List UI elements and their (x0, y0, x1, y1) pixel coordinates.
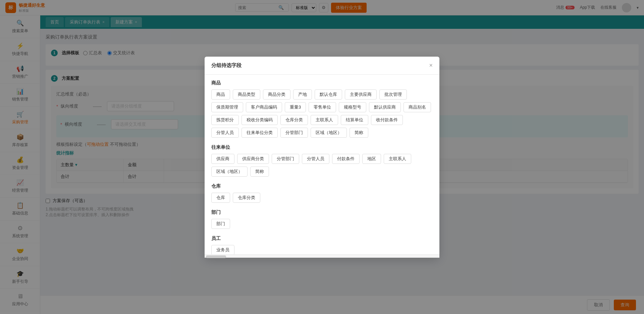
tag-goods-alias[interactable]: 商品别名 (404, 102, 431, 112)
field-group-dept: 部门 部门 (211, 209, 433, 229)
tag-goods-retailunit[interactable]: 零售单位 (309, 102, 336, 112)
tag-goods-manager[interactable]: 分管人员 (211, 128, 239, 138)
field-group-goods: 商品 商品 商品类型 商品分类 产地 默认仓库 主要供应商 批次管理 保质期管理… (211, 80, 433, 138)
tag-goods-item[interactable]: 商品 (211, 89, 230, 100)
tag-warehouse[interactable]: 仓库 (211, 193, 230, 203)
tag-employee[interactable]: 业务员 (211, 245, 234, 255)
tag-goods-batch[interactable]: 批次管理 (379, 89, 407, 100)
tag-goods-dept[interactable]: 分管部门 (280, 128, 308, 138)
field-group-warehouse: 仓库 仓库 仓库分类 (211, 183, 433, 203)
group-title-warehouse: 仓库 (211, 183, 433, 189)
tag-goods-custcode[interactable]: 客户商品编码 (246, 102, 282, 112)
tag-goods-abbr[interactable]: 简称 (350, 128, 368, 138)
tag-dept[interactable]: 部门 (211, 219, 230, 229)
tag-partner-dept[interactable]: 分管部门 (272, 154, 299, 164)
goods-tags: 商品 商品类型 商品分类 产地 默认仓库 主要供应商 批次管理 保质期管理 客户… (211, 89, 433, 138)
modal-header: 分组待选字段 × (205, 57, 439, 75)
tag-goods-points[interactable]: 拣货积分 (211, 115, 239, 125)
warehouse-tags: 仓库 仓库分类 (211, 193, 433, 203)
tag-goods-expire[interactable]: 保质期管理 (211, 102, 243, 112)
tag-goods-warehouse[interactable]: 默认仓库 (315, 89, 342, 100)
tag-goods-payterms[interactable]: 收付款条件 (371, 115, 403, 125)
tag-partner-area[interactable]: 区域（地区） (211, 167, 248, 177)
tag-goods-partnercat[interactable]: 往来单位分类 (241, 128, 278, 138)
tag-goods-defaultsupplier[interactable]: 默认供应商 (369, 102, 401, 112)
modal-close-button[interactable]: × (429, 62, 433, 69)
modal-hscrollbar[interactable] (205, 254, 439, 257)
tag-goods-category[interactable]: 商品分类 (263, 89, 290, 100)
field-group-partner: 往来单位 供应商 供应商分类 分管部门 分管人员 付款条件 地区 主联系人 区域… (211, 144, 433, 177)
tag-goods-origin[interactable]: 产地 (293, 89, 312, 100)
group-title-dept: 部门 (211, 209, 433, 215)
modal-overlay: 分组待选字段 × 商品 商品 商品类型 商品分类 产地 默认仓库 主要供应商 批… (0, 0, 644, 314)
tag-goods-settlement[interactable]: 结算单位 (341, 115, 368, 125)
partner-tags: 供应商 供应商分类 分管部门 分管人员 付款条件 地区 主联系人 区域（地区） … (211, 154, 433, 177)
tag-warehouse-cat[interactable]: 仓库分类 (233, 193, 260, 203)
group-title-partner: 往来单位 (211, 144, 433, 150)
tag-goods-taxcode[interactable]: 税收分类编码 (241, 115, 278, 125)
tag-partner-supplier[interactable]: 供应商 (211, 154, 234, 164)
tag-partner-suppliercat[interactable]: 供应商分类 (237, 154, 269, 164)
tag-partner-manager[interactable]: 分管人员 (302, 154, 329, 164)
group-title-goods: 商品 (211, 80, 433, 86)
tag-partner-region[interactable]: 地区 (362, 154, 381, 164)
modal-title: 分组待选字段 (211, 62, 241, 69)
tag-goods-spec[interactable]: 规格型号 (339, 102, 366, 112)
dept-tags: 部门 (211, 219, 433, 229)
tag-goods-supplier[interactable]: 主要供应商 (345, 89, 377, 100)
field-group-employee: 员工 业务员 (211, 236, 433, 255)
tag-goods-type[interactable]: 商品类型 (233, 89, 260, 100)
group-title-employee: 员工 (211, 236, 433, 242)
modal-dialog: 分组待选字段 × 商品 商品 商品类型 商品分类 产地 默认仓库 主要供应商 批… (205, 57, 439, 258)
tag-goods-contact[interactable]: 主联系人 (311, 115, 338, 125)
tag-partner-payterms[interactable]: 付款条件 (332, 154, 360, 164)
tag-partner-contact[interactable]: 主联系人 (384, 154, 411, 164)
tag-goods-region[interactable]: 区域（地区） (311, 128, 347, 138)
employee-tags: 业务员 (211, 245, 433, 255)
modal-hscrollbar-thumb[interactable] (206, 255, 226, 258)
modal-body[interactable]: 商品 商品 商品类型 商品分类 产地 默认仓库 主要供应商 批次管理 保质期管理… (205, 75, 439, 255)
tag-goods-warehousecat[interactable]: 仓库分类 (280, 115, 308, 125)
tag-partner-abbr[interactable]: 简称 (250, 167, 269, 177)
tag-goods-weight3[interactable]: 重量3 (285, 102, 306, 112)
